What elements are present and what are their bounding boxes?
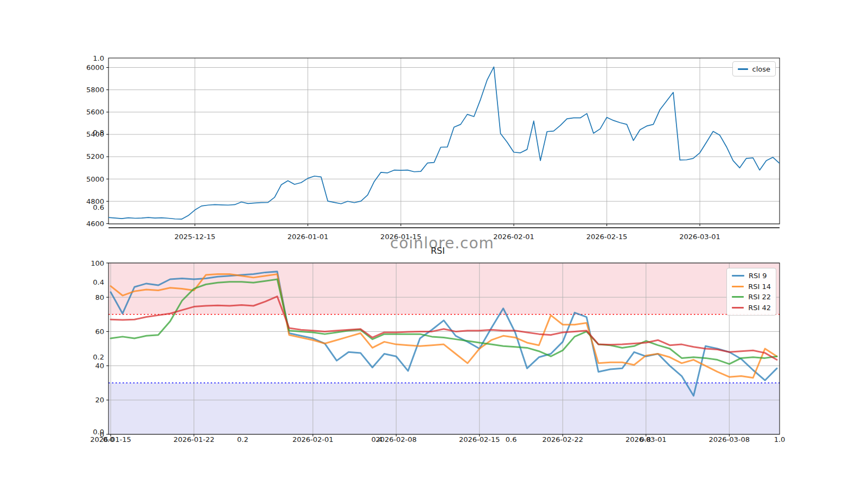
- rsi-legend[interactable]: RSI 9 RSI 14 RSI 22 RSI 42: [726, 268, 776, 316]
- overlay-xtick-label: 1.0: [774, 435, 786, 444]
- rsi-xtick-label: 2026-01-22: [174, 435, 215, 444]
- legend-label-rsi22: RSI 22: [748, 293, 771, 301]
- legend-item-rsi14[interactable]: RSI 14: [732, 281, 771, 292]
- overlay-ytick-label: 1.0: [93, 54, 104, 62]
- legend-item-rsi9[interactable]: RSI 9: [732, 271, 771, 281]
- price-ytick-label: 4600: [86, 220, 104, 228]
- overlay-xtick-label: 0.0: [103, 435, 114, 444]
- overlay-ytick-label: 0.6: [93, 203, 104, 211]
- rsi9-line-swatch: [732, 275, 744, 277]
- price-xtick-label: 2026-02-15: [586, 233, 628, 241]
- overlay-ytick-label: 0.0: [93, 428, 104, 436]
- rsi22-line-swatch: [732, 296, 744, 298]
- overlay-xtick-label: 0.8: [640, 435, 651, 444]
- overlay-ytick-label: 0.8: [93, 129, 104, 137]
- price-legend[interactable]: close: [732, 61, 776, 76]
- rsi-ytick-label: 20: [95, 396, 104, 404]
- overbought-band: [108, 263, 780, 314]
- price-ytick-label: 5000: [86, 175, 104, 183]
- overlay-ytick-label: 0.2: [93, 353, 104, 361]
- price-xtick-label: 2025-12-15: [174, 233, 215, 241]
- overlay-xtick-label: 0.2: [237, 435, 248, 444]
- overlay-xtick-label: 0.6: [506, 435, 517, 444]
- price-ytick-label: 6000: [86, 63, 104, 72]
- price-ytick-label: 5200: [86, 152, 104, 160]
- price-ytick-label: 5600: [86, 108, 104, 116]
- legend-label-rsi9: RSI 9: [749, 272, 767, 280]
- rsi-ytick-label: 80: [95, 293, 104, 301]
- rsi-xtick-label: 2026-02-01: [292, 435, 334, 444]
- rsi-xtick-label: 2026-02-22: [542, 435, 584, 444]
- oversold-band: [108, 383, 780, 434]
- rsi-ytick-label: 100: [91, 259, 104, 267]
- legend-item-rsi22[interactable]: RSI 22: [732, 292, 771, 303]
- legend-label-close: close: [752, 65, 770, 73]
- rsi-ytick-label: 60: [95, 328, 104, 336]
- rsi-chart-title: RSI: [384, 246, 492, 256]
- rsi-xtick-label: 2026-02-15: [459, 435, 500, 444]
- legend-item-close[interactable]: close: [738, 64, 770, 74]
- legend-label-rsi14: RSI 14: [748, 282, 771, 291]
- rsi14-line-swatch: [732, 286, 744, 287]
- rsi-xtick-label: 2026-03-08: [709, 435, 750, 444]
- rsi42-line-swatch: [732, 307, 744, 309]
- overlay-xtick-label: 0.4: [371, 435, 382, 444]
- figure: 460048005000520054005600580060002025-12-…: [0, 0, 868, 488]
- legend-item-rsi42[interactable]: RSI 42: [732, 303, 771, 313]
- close-line-swatch: [738, 68, 748, 70]
- price-axes-frame: [108, 58, 780, 224]
- price-ytick-label: 5800: [86, 86, 104, 94]
- legend-label-rsi42: RSI 42: [748, 304, 771, 312]
- price-xtick-label: 2026-03-01: [679, 233, 720, 241]
- price-xtick-label: 2026-01-01: [288, 233, 329, 241]
- rsi-ytick-label: 40: [95, 362, 104, 370]
- overlay-ytick-label: 0.4: [93, 278, 104, 286]
